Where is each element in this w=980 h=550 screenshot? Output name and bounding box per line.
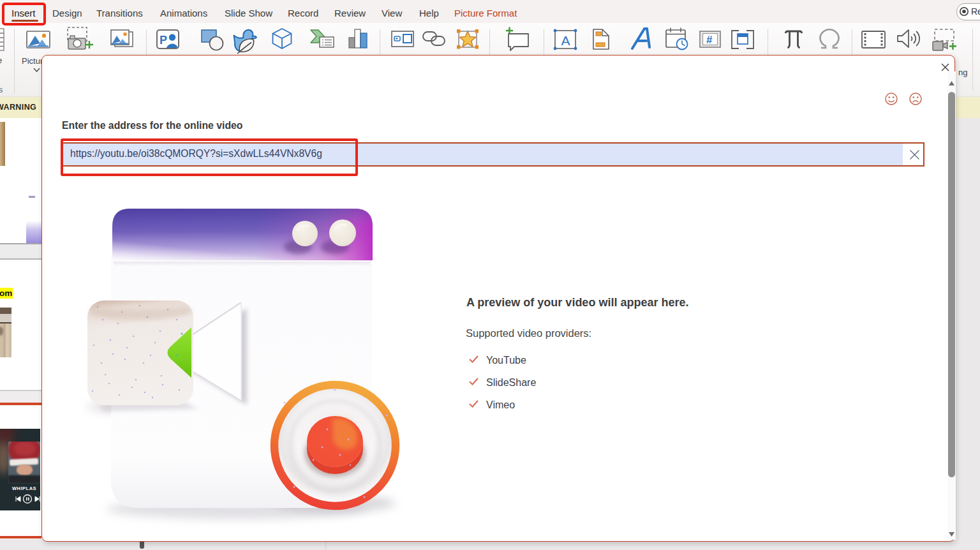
svg-text:#: #: [706, 34, 713, 46]
svg-text:A: A: [561, 33, 570, 48]
svg-text:P: P: [160, 34, 167, 47]
